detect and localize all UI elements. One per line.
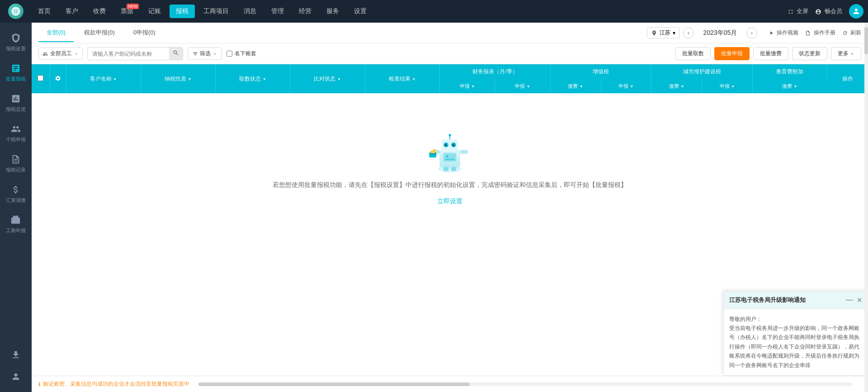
tax-settings-icon xyxy=(10,33,21,43)
sidebar-item-download[interactable] xyxy=(0,344,32,366)
verify-notice: 验证账密、采集信息均成功的企业才会流转至批量报税页面中 xyxy=(43,380,189,388)
sidebar-item-tax-overview[interactable]: 报税总览 xyxy=(0,88,32,118)
sidebar-item-tax-records[interactable]: 报税记录 xyxy=(0,148,32,179)
svg-point-15 xyxy=(451,155,453,158)
sidebar-label-annual-report: 工商年报 xyxy=(6,227,26,234)
notification-body: 尊敬的用户： 受当前电子税务局进一步升级的影响，同一个政务网账号（办税人）名下的… xyxy=(724,309,868,375)
sidebar-label-tax-settings: 报税设置 xyxy=(6,45,26,52)
refresh-btn[interactable]: 刷新 xyxy=(842,29,861,37)
region-selector[interactable]: 江苏 ▾ xyxy=(647,27,679,38)
select-all-checkbox[interactable] xyxy=(38,75,43,81)
th-client-name: 客户名称 ▼ xyxy=(66,64,141,93)
tab-zero-declaration[interactable]: 0申报(0) xyxy=(125,24,164,42)
notif-close-btn[interactable]: ✕ xyxy=(857,296,862,304)
month-display: 2023年05月 xyxy=(698,29,743,37)
nav-fee[interactable]: 收费 xyxy=(87,5,112,18)
notification-content: 尊敬的用户： 受当前电子税务局进一步升级的影响，同一个政务网账号（办税人）名下的… xyxy=(729,315,862,370)
bottom-bar: ℹ 验证账密、采集信息均成功的企业才会流转至批量报税页面中 xyxy=(32,376,868,392)
sidebar-item-user[interactable] xyxy=(0,366,32,387)
th-settings xyxy=(50,64,66,93)
operation-video-btn[interactable]: 操作视频 xyxy=(769,29,798,37)
account-checkbox-label[interactable]: 名下账套 xyxy=(226,50,256,57)
nav-customer[interactable]: 客户 xyxy=(59,5,85,18)
fullscreen-label: 全屏 xyxy=(797,8,808,14)
region-label: 江苏 xyxy=(660,29,670,37)
next-month-btn[interactable]: › xyxy=(746,28,757,38)
th-operation: 操作 xyxy=(827,64,868,93)
batch-declare-btn[interactable]: 批量申报 xyxy=(714,47,750,60)
search-input[interactable] xyxy=(88,48,169,59)
sidebar-item-personal-tax[interactable]: 个税申报 xyxy=(0,118,32,148)
logo[interactable] xyxy=(5,0,27,23)
th-fetch-status: 取数状态 ▼ xyxy=(216,64,290,93)
download-icon xyxy=(10,349,21,360)
fullscreen-btn[interactable]: 全屏 xyxy=(788,7,809,15)
nav-manage[interactable]: 管理 xyxy=(265,5,290,18)
th-tax-type: 纳税性质 ▼ xyxy=(141,64,215,93)
nav-accounting[interactable]: 记账 xyxy=(142,5,167,18)
employee-select[interactable]: 全部员工 xyxy=(38,48,83,60)
th-checkbox xyxy=(32,64,50,93)
annual-settlement-icon xyxy=(10,184,21,195)
svg-rect-20 xyxy=(429,153,437,154)
nav-settings[interactable]: 设置 xyxy=(348,5,373,18)
empty-text: 若您想使用批量报税功能，请先在【报税设置】中进行报税的初始化设置，完成密码验证和… xyxy=(273,179,627,191)
filter-label: 筛选 xyxy=(200,50,211,57)
batch-tax-icon xyxy=(10,63,21,74)
svg-point-14 xyxy=(446,155,448,158)
sidebar-label-tax-records: 报税记录 xyxy=(6,167,26,173)
th-financial-report: 财务报表（月/季） xyxy=(439,64,550,79)
logo-icon xyxy=(8,4,24,19)
refresh-label: 刷新 xyxy=(850,29,861,36)
more-btn[interactable]: 更多 xyxy=(831,47,861,60)
horizontal-scrollbar[interactable] xyxy=(198,382,852,386)
tab-all[interactable]: 全部(0) xyxy=(38,24,74,42)
notification-panel: 江苏电子税务局升级影响通知 — ✕ 尊敬的用户： 受当前电子税务局进一步升级的影… xyxy=(723,291,868,376)
svg-rect-26 xyxy=(451,167,457,171)
page-scrollbar[interactable] xyxy=(864,23,868,392)
operation-manual-label: 操作手册 xyxy=(814,29,835,36)
nav-tax[interactable]: 报税 xyxy=(170,5,195,18)
nav-invoice[interactable]: 票据 NEW xyxy=(114,5,140,18)
sidebar-item-annual-settlement[interactable]: 汇算清缴 xyxy=(0,179,32,209)
avatar[interactable] xyxy=(849,4,863,19)
sidebar-bottom xyxy=(0,344,32,392)
th-check-result: 检查结果 ▼ xyxy=(365,64,439,93)
scroll-thumb xyxy=(198,382,470,386)
sidebar-item-annual-report[interactable]: 工商年报 xyxy=(0,209,32,239)
sidebar-item-batch-tax[interactable]: 批量报税 xyxy=(0,57,32,88)
member-label: 畅会员 xyxy=(825,8,842,14)
nav-operation[interactable]: 经营 xyxy=(292,5,318,18)
svg-point-12 xyxy=(448,134,451,136)
filter-button[interactable]: 筛选 xyxy=(188,48,222,60)
account-checkbox[interactable] xyxy=(226,51,232,57)
search-button[interactable] xyxy=(169,48,183,60)
nav-home[interactable]: 首页 xyxy=(32,5,57,18)
th-compare-status: 比对状态 ▼ xyxy=(290,64,365,93)
main-table: 客户名称 ▼ 纳税性质 ▼ 取数状态 ▼ 比对状态 ▼ 检查结果 ▼ xyxy=(32,64,868,233)
search-box[interactable] xyxy=(87,47,183,60)
nav-service[interactable]: 服务 xyxy=(320,5,345,18)
personal-tax-icon xyxy=(10,124,21,134)
operation-manual-btn[interactable]: 操作手册 xyxy=(805,29,835,37)
sidebar-label-annual-settlement: 汇算清缴 xyxy=(6,197,26,204)
batch-fetch-btn[interactable]: 批量取数 xyxy=(675,47,711,60)
page-scroll-thumb xyxy=(864,27,868,54)
svg-point-0 xyxy=(14,10,18,13)
batch-pay-btn[interactable]: 批量缴费 xyxy=(753,47,788,60)
operation-video-label: 操作视频 xyxy=(777,29,798,36)
svg-point-10 xyxy=(454,144,455,145)
notif-minimize-btn[interactable]: — xyxy=(846,296,853,304)
setup-link[interactable]: 立即设置 xyxy=(437,197,462,206)
nav-message[interactable]: 消息 xyxy=(237,5,263,18)
nav-business[interactable]: 工商项目 xyxy=(197,5,235,18)
th-sub-urban-pay: 缴费 ▼ xyxy=(651,79,702,93)
member-btn[interactable]: 畅会员 xyxy=(815,7,842,15)
th-sub-edu-declare: 申报 ▼ xyxy=(702,79,753,93)
status-update-btn[interactable]: 状态更新 xyxy=(792,47,827,60)
prev-month-btn[interactable]: ‹ xyxy=(683,28,694,38)
th-sub-financial-declare: 申报 ▼ xyxy=(439,79,495,93)
user-icon xyxy=(10,371,21,382)
sidebar-item-tax-settings[interactable]: 报税设置 xyxy=(0,27,32,57)
tab-tax-declaration[interactable]: 税款申报(0) xyxy=(76,24,123,42)
